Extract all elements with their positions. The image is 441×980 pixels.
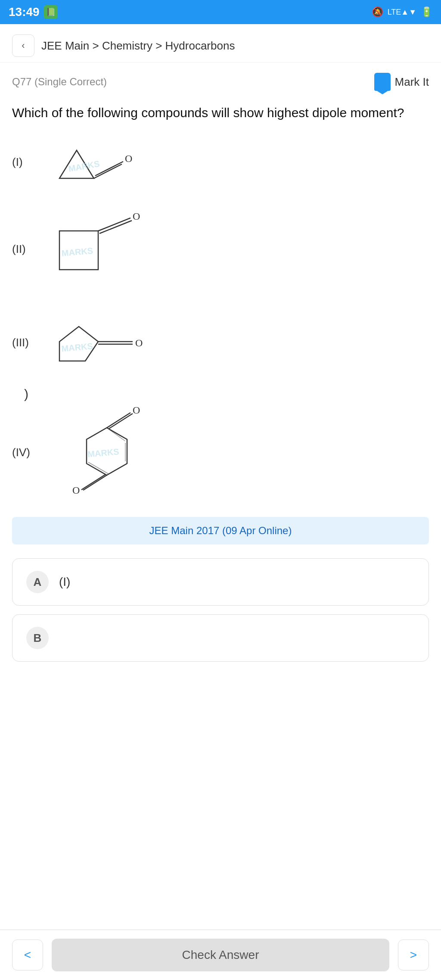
compound-img-II: O MARKS bbox=[47, 214, 429, 284]
signal-icon: LTE▲▼ bbox=[388, 8, 416, 17]
svg-line-23 bbox=[81, 475, 105, 490]
svg-text:MARKS: MARKS bbox=[61, 341, 93, 353]
answer-option-B[interactable]: B bbox=[12, 614, 429, 662]
back-icon: ‹ bbox=[22, 40, 25, 51]
back-button[interactable]: ‹ bbox=[12, 34, 34, 57]
compounds-area: (I) O MARKS (II) bbox=[0, 131, 441, 496]
answer-options: A (I) B bbox=[0, 558, 441, 662]
svg-text:O: O bbox=[72, 485, 80, 496]
compound-row-III: (III) O MARKS bbox=[12, 305, 429, 380]
check-answer-button[interactable]: Check Answer bbox=[52, 939, 389, 971]
battery-icon: 🔋 bbox=[421, 6, 432, 18]
app-icon: 📗 bbox=[44, 5, 58, 19]
nav-bar: ‹ JEE Main > Chemistry > Hydrocarbons bbox=[0, 24, 441, 62]
svg-text:O: O bbox=[135, 337, 143, 348]
compound-label-III: (III) bbox=[12, 336, 47, 349]
option-circle-A: A bbox=[26, 571, 49, 593]
source-badge: JEE Main 2017 (09 Apr Online) bbox=[12, 517, 429, 544]
question-number: Q77 (Single Correct) bbox=[12, 76, 107, 88]
mark-it-label: Mark It bbox=[395, 75, 429, 89]
time-display: 13:49 bbox=[9, 5, 40, 19]
status-bar: 13:49 📗 🔕 LTE▲▼ 🔋 bbox=[0, 0, 441, 24]
closing-paren: ) bbox=[12, 387, 429, 401]
svg-line-20 bbox=[109, 414, 133, 429]
status-icons: 🔕 LTE▲▼ 🔋 bbox=[372, 6, 432, 18]
mark-it-button[interactable]: Mark It bbox=[374, 73, 429, 91]
svg-line-6 bbox=[98, 218, 130, 231]
bookmark-icon bbox=[374, 73, 391, 91]
svg-text:MARKS: MARKS bbox=[61, 246, 93, 258]
answer-option-A[interactable]: A (I) bbox=[12, 558, 429, 606]
prev-button[interactable]: < bbox=[12, 940, 43, 971]
breadcrumb: JEE Main > Chemistry > Hydrocarbons bbox=[41, 39, 235, 53]
compound-label-II: (II) bbox=[12, 243, 47, 256]
svg-text:O: O bbox=[125, 153, 132, 164]
compound-label-IV: (IV) bbox=[12, 446, 47, 459]
svg-line-19 bbox=[107, 413, 130, 428]
svg-line-16 bbox=[109, 429, 125, 441]
svg-text:MARKS: MARKS bbox=[68, 159, 100, 174]
svg-line-18 bbox=[88, 462, 109, 474]
compound-img-III: O MARKS bbox=[47, 305, 429, 380]
prev-icon: < bbox=[24, 948, 31, 962]
svg-line-7 bbox=[99, 221, 132, 233]
svg-text:O: O bbox=[133, 211, 140, 222]
compound-row-II: (II) O MARKS bbox=[12, 214, 429, 284]
question-text: Which of the following compounds will sh… bbox=[0, 96, 441, 131]
option-circle-B: B bbox=[26, 627, 49, 649]
compound-label-I: (I) bbox=[12, 156, 47, 169]
compound-row-I: (I) O MARKS bbox=[12, 131, 429, 193]
svg-text:MARKS: MARKS bbox=[87, 447, 119, 459]
compound-img-I: O MARKS bbox=[47, 131, 429, 193]
compound-row-IV: (IV) O bbox=[12, 408, 429, 496]
next-button[interactable]: > bbox=[398, 940, 429, 971]
svg-line-22 bbox=[83, 475, 107, 490]
compound-img-IV: O O MARKS bbox=[47, 408, 429, 496]
next-icon: > bbox=[410, 948, 417, 962]
status-time-area: 13:49 📗 bbox=[9, 5, 58, 19]
question-header: Q77 (Single Correct) Mark It bbox=[0, 62, 441, 96]
option-text-A: (I) bbox=[59, 575, 70, 589]
bell-icon: 🔕 bbox=[372, 6, 383, 18]
bottom-nav: < Check Answer > bbox=[0, 930, 441, 980]
svg-text:O: O bbox=[133, 404, 140, 416]
